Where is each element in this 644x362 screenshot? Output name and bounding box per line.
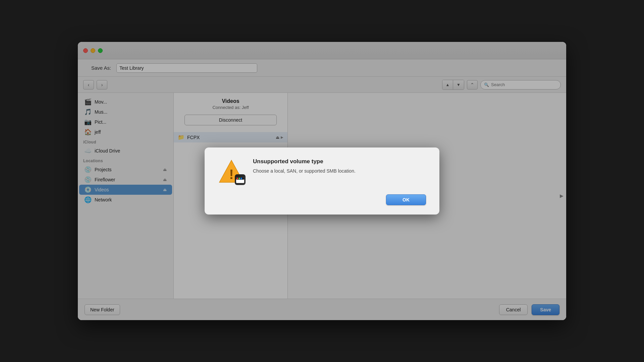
svg-text:!: ! (229, 167, 233, 182)
alert-message: Choose a local, SAN, or supported SMB lo… (253, 168, 426, 175)
ok-button[interactable]: OK (386, 194, 426, 205)
save-dialog: Save As: ‹ › ▲ ▼ ⌃ 🔍 (78, 42, 566, 320)
alert-actions: OK (218, 194, 426, 205)
clapboard-icon (235, 176, 245, 184)
alert-icon-container: ! (218, 158, 245, 185)
alert-text: Unsupported volume type Choose a local, … (253, 158, 426, 185)
fcp-badge (235, 174, 246, 185)
alert-dialog-overlay: ! (78, 42, 566, 320)
alert-content: ! (218, 158, 426, 185)
alert-dialog: ! (205, 147, 439, 215)
alert-title: Unsupported volume type (253, 158, 426, 165)
